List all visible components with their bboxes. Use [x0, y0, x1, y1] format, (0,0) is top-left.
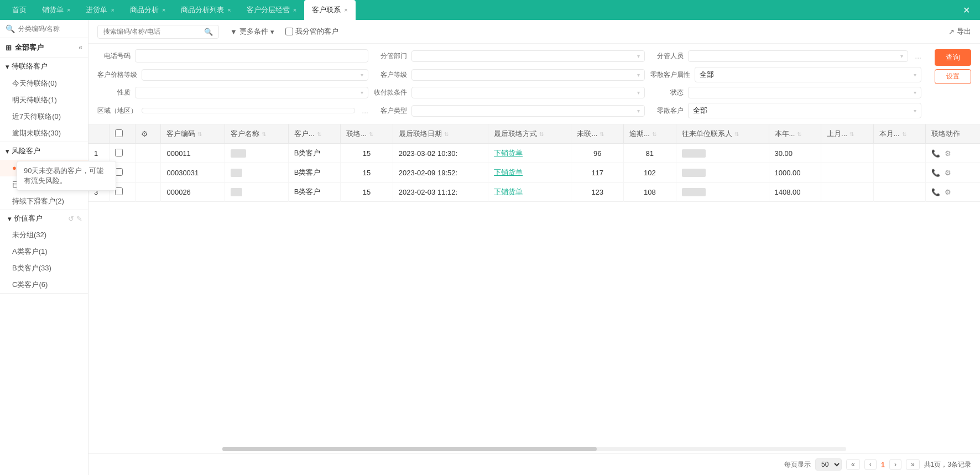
- call-icon-1[interactable]: 📞: [931, 149, 940, 158]
- more-conditions-btn[interactable]: ▼ 更多条件 ▾: [226, 24, 279, 39]
- row-checkbox-2[interactable]: [115, 168, 123, 176]
- status-select[interactable]: ▾: [688, 87, 921, 98]
- th-last-method-sort[interactable]: 最后联络方式 ⇅: [494, 129, 565, 139]
- payment-select[interactable]: ▾: [411, 87, 645, 98]
- edit-icon[interactable]: ✎: [76, 215, 82, 223]
- th-overdue-sort[interactable]: 逾期... ⇅: [629, 129, 670, 139]
- cell-method-3[interactable]: 下销货单: [488, 182, 571, 202]
- sidebar-section-pending-title[interactable]: ▾ 待联络客户: [0, 58, 88, 75]
- tab-sales-close[interactable]: ×: [67, 7, 70, 13]
- more-icon-2[interactable]: ⚙: [945, 169, 951, 177]
- sidebar-item-today[interactable]: 今天待联络(0): [0, 75, 88, 92]
- price-level-select[interactable]: ▾: [142, 69, 368, 81]
- manager-select[interactable]: ▾: [688, 50, 908, 62]
- th-overdue[interactable]: 逾期... ⇅: [624, 124, 676, 144]
- my-customers-checkbox[interactable]: [285, 28, 293, 35]
- th-settings[interactable]: ⚙: [135, 124, 161, 144]
- th-last-method[interactable]: 最后联络方式 ⇅: [488, 124, 571, 144]
- search-input[interactable]: [103, 28, 201, 35]
- window-close-button[interactable]: ✕: [957, 5, 976, 15]
- customer-level-select[interactable]: ▾: [411, 69, 645, 81]
- row-checkbox-3[interactable]: [115, 187, 123, 195]
- retail-customer-select[interactable]: 全部 ▾: [688, 103, 921, 118]
- more-icon-1[interactable]: ⚙: [945, 149, 951, 158]
- th-contact-person-sort[interactable]: 往来单位联系人 ⇅: [682, 129, 763, 139]
- sidebar-search-input[interactable]: [18, 25, 82, 33]
- tab-customer-tier-close[interactable]: ×: [293, 7, 296, 13]
- tab-goods-analysis-close[interactable]: ×: [162, 7, 165, 13]
- sidebar-item-c-class[interactable]: C类客户(6): [0, 276, 88, 293]
- cell-actions-1[interactable]: 📞 ⚙: [926, 144, 980, 163]
- th-this-year-sort[interactable]: 本年... ⇅: [775, 129, 816, 139]
- tab-purchase[interactable]: 进货单 ×: [78, 0, 122, 20]
- select-all-checkbox[interactable]: [115, 129, 123, 137]
- cell-actions-3[interactable]: 📞 ⚙: [926, 182, 980, 202]
- next-page-btn[interactable]: ›: [889, 459, 901, 470]
- settings-button[interactable]: 设置: [935, 69, 971, 84]
- more-icon-3[interactable]: ⚙: [945, 188, 951, 196]
- query-button[interactable]: 查询: [935, 49, 971, 66]
- th-this-month[interactable]: 本月... ⇅: [873, 124, 926, 144]
- th-checkbox[interactable]: [110, 124, 135, 144]
- cell-method-2[interactable]: 下销货单: [488, 163, 571, 182]
- tab-goods-list-close[interactable]: ×: [227, 7, 231, 13]
- th-code-sort[interactable]: 客户编码 ⇅: [166, 129, 218, 139]
- my-customers-wrap[interactable]: 我分管的客户: [285, 27, 338, 36]
- th-uncontacted[interactable]: 未联... ⇅: [571, 124, 624, 144]
- phone-input[interactable]: [135, 49, 368, 62]
- tab-goods-analysis[interactable]: 商品分析 ×: [122, 0, 173, 20]
- method-link-1[interactable]: 下销货单: [494, 149, 523, 157]
- retail-attr-select[interactable]: 全部 ▾: [695, 67, 921, 82]
- th-contact-person[interactable]: 往来单位联系人 ⇅: [676, 124, 769, 144]
- tab-goods-list[interactable]: 商品分析列表 ×: [173, 0, 238, 20]
- scroll-bar-thumb[interactable]: [222, 447, 597, 451]
- sidebar-collapse-icon[interactable]: «: [79, 44, 82, 51]
- scroll-bar-track[interactable]: [222, 447, 846, 451]
- last-page-btn[interactable]: »: [906, 459, 920, 470]
- th-type-sort[interactable]: 客户... ⇅: [294, 129, 335, 139]
- th-this-month-sort[interactable]: 本月... ⇅: [879, 129, 920, 139]
- cell-method-1[interactable]: 下销货单: [488, 144, 571, 163]
- export-btn[interactable]: ↗ 导出: [948, 27, 971, 36]
- prev-page-btn[interactable]: ‹: [864, 459, 877, 470]
- manager-dots[interactable]: ...: [915, 51, 921, 60]
- th-uncontacted-sort[interactable]: 未联... ⇅: [577, 129, 618, 139]
- th-name-sort[interactable]: 客户名称 ⇅: [231, 129, 283, 139]
- th-last-month-sort[interactable]: 上月... ⇅: [827, 129, 868, 139]
- tab-sales[interactable]: 销货单 ×: [34, 0, 78, 20]
- table-gear-icon[interactable]: ⚙: [141, 129, 148, 138]
- tab-purchase-close[interactable]: ×: [111, 7, 114, 13]
- tab-customer-tier[interactable]: 客户分层经营 ×: [239, 0, 304, 20]
- cell-actions-2[interactable]: 📞 ⚙: [926, 163, 980, 182]
- th-last-month[interactable]: 上月... ⇅: [821, 124, 874, 144]
- sidebar-section-risk-title[interactable]: ▾ 风险客户: [0, 142, 88, 160]
- th-code[interactable]: 客户编码 ⇅: [161, 124, 225, 144]
- th-last-date[interactable]: 最后联络日期 ⇅: [393, 124, 488, 144]
- sidebar-item-overdue[interactable]: 逾期未联络(30): [0, 125, 88, 142]
- cell-checkbox-1[interactable]: [110, 144, 135, 163]
- sidebar-item-ungroup[interactable]: 未分组(32): [0, 227, 88, 243]
- th-this-year[interactable]: 本年... ⇅: [769, 124, 821, 144]
- first-page-btn[interactable]: «: [846, 459, 860, 470]
- tab-customer-contact-close[interactable]: ×: [344, 7, 347, 13]
- sidebar-item-declining[interactable]: 持续下滑客户(2): [0, 193, 88, 210]
- th-name[interactable]: 客户名称 ⇅: [225, 124, 288, 144]
- refresh-icon[interactable]: ↺: [68, 215, 74, 223]
- method-link-3[interactable]: 下销货单: [494, 187, 523, 196]
- region-dots[interactable]: ...: [362, 106, 368, 115]
- gender-select[interactable]: ▾: [135, 87, 368, 98]
- row-checkbox-1[interactable]: [115, 149, 123, 156]
- tab-home[interactable]: 首页: [4, 0, 34, 20]
- sidebar-item-a-class[interactable]: A类客户(1): [0, 243, 88, 260]
- sidebar-section-value-title[interactable]: ▾ 价值客户 ↺ ✎: [0, 210, 88, 227]
- call-icon-3[interactable]: 📞: [931, 188, 940, 196]
- per-page-select[interactable]: 50: [815, 458, 842, 471]
- sidebar-item-7days[interactable]: 近7天待联络(0): [0, 108, 88, 125]
- th-contact[interactable]: 联络... ⇅: [341, 124, 393, 144]
- sidebar-root[interactable]: ⊞ 全部客户 «: [0, 38, 88, 58]
- scroll-bar-wrap[interactable]: [88, 445, 980, 453]
- th-last-date-sort[interactable]: 最后联络日期 ⇅: [399, 129, 482, 139]
- region-select[interactable]: [142, 108, 355, 113]
- customer-type-select[interactable]: ▾: [411, 105, 645, 117]
- tab-customer-contact[interactable]: 客户联系 ×: [304, 0, 355, 20]
